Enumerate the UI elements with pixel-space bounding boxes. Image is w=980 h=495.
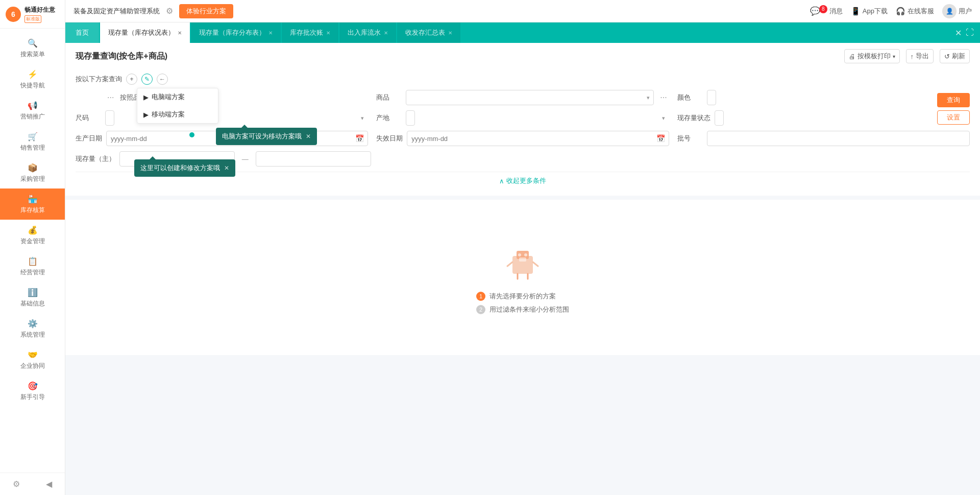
avatar-placeholder: 👤 (946, 8, 953, 15)
user-label: 用户 (959, 7, 972, 16)
export-label: 导出 (916, 52, 929, 61)
sidebar-item-guide[interactable]: 🎯 新手引导 (0, 375, 65, 407)
main-area: 装备及固定资产辅助管理系统 ⚙ 体验行业方案 💬 8 消息 📱 App下载 🎧 … (65, 0, 980, 495)
sidebar-item-system-label: 系统管理 (20, 331, 45, 339)
message-icon: 💬 (810, 6, 820, 16)
sidebar-item-purchase[interactable]: 📦 采购管理 (0, 157, 65, 188)
sidebar-item-management[interactable]: 📋 经营管理 (0, 251, 65, 282)
sidebar-item-shortcut-label: 快捷导航 (20, 81, 45, 90)
back-scheme-button[interactable]: ← (157, 74, 168, 85)
svg-text:6: 6 (11, 10, 15, 18)
tab-inout-flow[interactable]: 出入库流水 ✕ (339, 22, 396, 43)
edit-scheme-button[interactable]: ✎ (141, 74, 153, 85)
sidebar-item-management-label: 经营管理 (20, 268, 45, 277)
tab-inout-flow-label: 出入库流水 (348, 28, 381, 37)
filter-label-text: 按以下方案查询 (76, 75, 122, 84)
topbar-settings-icon[interactable]: ⚙ (166, 6, 173, 16)
size-select[interactable] (105, 110, 114, 126)
sidebar-item-inventory[interactable]: 🏪 库存核算 (0, 188, 65, 220)
sidebar-footer: ⚙ ◀ (0, 473, 65, 495)
sidebar-item-finance[interactable]: 💰 资金管理 (0, 220, 65, 251)
tooltip-create-close[interactable]: ✕ (224, 164, 229, 172)
production-date-cal-icon[interactable]: 📅 (355, 134, 364, 143)
industry-plan-button[interactable]: 体验行业方案 (179, 4, 233, 18)
tab-receive-send[interactable]: 收发存汇总表 ✕ (397, 22, 460, 43)
tab-minimize-icon[interactable]: ✕ (955, 28, 962, 38)
tab-batch-account-close[interactable]: ✕ (326, 30, 330, 36)
collapse-sidebar-icon[interactable]: ◀ (46, 479, 52, 489)
inventory-icon: 🏪 (28, 194, 38, 204)
origin-select[interactable] (406, 110, 415, 126)
system-name: 装备及固定资产辅助管理系统 (74, 7, 160, 16)
warehouse-dots[interactable]: ··· (105, 93, 116, 102)
tooltip-create-text: 这里可以创建和修改方案哦 (140, 163, 220, 173)
app-download-button[interactable]: 📱 App下载 (851, 7, 888, 16)
scheme-item-pc[interactable]: ▶ 电脑端方案 (137, 88, 218, 106)
batch-input[interactable] (707, 131, 970, 146)
tab-inventory-dist[interactable]: 现存量（库存分布表） ✕ (191, 22, 281, 43)
stock-main-dash: — (242, 155, 249, 163)
tab-inventory-status[interactable]: 现存量（库存状况表） ✕ (100, 22, 190, 43)
sidebar-item-marketing[interactable]: 📢 营销推广 (0, 95, 65, 126)
expiry-date-cal-icon[interactable]: 📅 (656, 134, 665, 143)
scheme-mobile-label: ▶ (143, 111, 149, 119)
query-button[interactable]: 查询 (937, 93, 970, 107)
refresh-button[interactable]: ↺ 刷新 (940, 49, 970, 63)
stock-status-field: 现存量状态 (677, 110, 970, 126)
reset-button[interactable]: 设置 (937, 110, 970, 125)
tab-receive-send-close[interactable]: ✕ (448, 30, 452, 36)
refresh-label: 刷新 (952, 52, 965, 61)
tooltip-pc-close[interactable]: ✕ (306, 133, 311, 140)
empty-step-1: 1 请先选择要分析的方案 (476, 292, 569, 301)
goods-input[interactable] (406, 90, 654, 105)
goods-dots[interactable]: ··· (658, 93, 669, 102)
tab-batch-account[interactable]: 库存批次账 ✕ (282, 22, 338, 43)
online-service-button[interactable]: 🎧 在线客服 (896, 7, 934, 16)
highlight-dot (189, 132, 194, 137)
step-1-text: 请先选择要分析的方案 (489, 292, 556, 301)
scheme-list-dropdown: ▶ 电脑端方案 ▶ 移动端方案 (137, 88, 218, 124)
message-badge: 8 (819, 5, 827, 13)
user-avatar-area[interactable]: 👤 用户 (942, 4, 972, 18)
scheme-item-mobile[interactable]: ▶ 移动端方案 (137, 106, 218, 123)
expiry-date-field: 失效日期 📅 (376, 131, 669, 146)
svg-line-7 (507, 262, 512, 266)
goods-label: 商品 (376, 93, 402, 102)
tab-maximize-icon[interactable]: ⛶ (966, 28, 974, 37)
message-button[interactable]: 💬 8 消息 (810, 6, 843, 16)
sidebar: 6 畅通好生意 标准版 🔍 搜索菜单 ⚡ 快捷导航 📢 营销推广 🛒 销售管理 … (0, 0, 65, 495)
color-label: 颜色 (677, 93, 703, 102)
settings-footer-icon[interactable]: ⚙ (13, 479, 20, 489)
warehouse-field: ··· 按照品 (76, 93, 368, 102)
content-area: 现存量查询(按仓库+商品) 🖨 按模板打印 ▾ ↑ 导出 ↺ 刷新 (65, 43, 980, 495)
sidebar-item-system[interactable]: ⚙️ 系统管理 (0, 313, 65, 344)
online-service-label: 在线客服 (908, 7, 934, 16)
export-button[interactable]: ↑ 导出 (906, 49, 934, 63)
sidebar-item-search[interactable]: 🔍 搜索菜单 (0, 33, 65, 64)
sidebar-item-purchase-label: 采购管理 (20, 175, 45, 183)
management-icon: 📋 (28, 256, 38, 266)
sidebar-item-enterprise[interactable]: 🤝 企业协同 (0, 344, 65, 375)
goods-field: 商品 ··· (376, 90, 669, 105)
sidebar-item-shortcut[interactable]: ⚡ 快捷导航 (0, 64, 65, 95)
tab-actions: ✕ ⛶ (949, 28, 980, 38)
expiry-date-input[interactable] (407, 131, 669, 146)
tab-inventory-dist-close[interactable]: ✕ (268, 30, 273, 36)
stock-main-max-input[interactable] (256, 151, 371, 167)
add-scheme-button[interactable]: + (126, 74, 137, 85)
stock-status-select[interactable] (715, 110, 724, 126)
tooltip-pc-text: 电脑方案可设为移动方案哦 (222, 132, 302, 141)
sidebar-item-sales[interactable]: 🛒 销售管理 (0, 126, 65, 157)
empty-state: 1 请先选择要分析的方案 2 用过滤条件来缩小分析范围 (65, 200, 980, 355)
step-num-2: 2 (476, 305, 485, 314)
tab-inventory-status-close[interactable]: ✕ (178, 30, 182, 36)
tabbar: 首页 现存量（库存状况表） ✕ 现存量（库存分布表） ✕ 库存批次账 ✕ 出入库… (65, 22, 980, 43)
sales-icon: 🛒 (28, 131, 38, 142)
tab-home[interactable]: 首页 (65, 22, 99, 43)
color-select[interactable] (707, 90, 716, 105)
template-print-button[interactable]: 🖨 按模板打印 ▾ (844, 49, 900, 63)
tab-inout-flow-close[interactable]: ✕ (384, 30, 388, 36)
sidebar-item-basicinfo[interactable]: ℹ️ 基础信息 (0, 282, 65, 313)
chevron-up-icon: ∧ (499, 177, 504, 185)
sidebar-item-basicinfo-label: 基础信息 (20, 299, 45, 308)
